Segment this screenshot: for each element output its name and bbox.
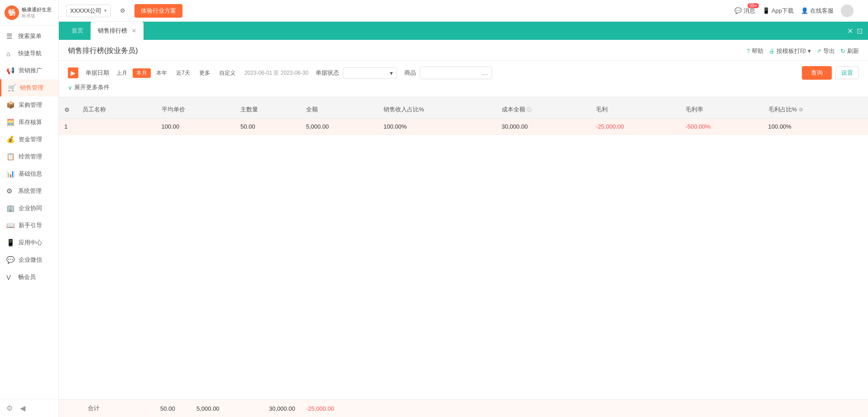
app-icon: 📱 — [762, 7, 770, 14]
help-button[interactable]: ? 帮助 — [747, 47, 763, 55]
table-footer: 合计 50.00 5,000.00 30,000.00 -25,000.00 — [59, 399, 868, 417]
sidebar-item-label-enterprise: 企业协同 — [19, 204, 42, 212]
date-tab-this-month[interactable]: 本月 — [133, 68, 151, 78]
status-select-arrow: ▾ — [390, 70, 393, 77]
data-table: ⚙ 员工名称 平均单价 主数量 全额 — [59, 101, 868, 135]
enterprise-icon: 🏢 — [6, 204, 15, 212]
date-tab-custom[interactable]: 自定义 — [216, 68, 239, 78]
date-tab-prev-month[interactable]: 上月 — [113, 68, 131, 78]
filter-collapse-icon[interactable]: ▶ — [68, 67, 78, 78]
tab-sales-rank-label: 销售排行榜 — [98, 27, 127, 35]
sales-icon: 🛒 — [8, 84, 16, 92]
collapse-icon[interactable]: ◀ — [20, 404, 25, 412]
sidebar-item-guide[interactable]: 📖新手引导 — [0, 217, 58, 234]
tab-sales-rank[interactable]: 销售排行榜 ✕ — [91, 22, 144, 40]
cell-avg-price: 100.00 — [156, 119, 235, 135]
cell-cost: 30,000.00 — [496, 119, 590, 135]
purchase-icon: 📦 — [6, 101, 15, 109]
th-main-qty: 主数量 — [235, 101, 301, 119]
sidebar-item-apps[interactable]: 📱应用中心 — [0, 234, 58, 251]
cost-info-icon: ⓘ — [527, 107, 532, 112]
guide-icon: 📖 — [6, 221, 15, 230]
basic-icon: 📊 — [6, 170, 15, 178]
sidebar-item-basic[interactable]: 📊基础信息 — [0, 165, 58, 182]
main-area: XXXXX公司 ▾ ⚙ 体验行业方案 💬 消息 99+ 📱 App下载 👤 在线… — [59, 0, 868, 417]
app-download-action[interactable]: 📱 App下载 — [762, 7, 794, 15]
content-area: 销售排行榜(按业务员) ? 帮助 🖨 按模板打印 ▾ ↗ 导出 ↻ 刷新 — [59, 40, 868, 417]
sidebar-item-sales[interactable]: 🛒销售管理 — [0, 79, 58, 96]
filter-bar: ▶ 单据日期 上月 本月 本年 近7天 更多 自定义 2023-06-01 至 … — [59, 61, 868, 97]
sidebar-item-quick-nav[interactable]: ⌂快捷导航 — [0, 45, 58, 62]
apps-icon: 📱 — [6, 239, 15, 247]
sidebar-item-label-apps: 应用中心 — [19, 239, 42, 247]
sidebar-item-label-inventory: 库存核算 — [19, 118, 42, 126]
topbar-settings-icon[interactable]: ⚙ — [116, 5, 129, 17]
footer-main-qty: 50.00 — [155, 405, 191, 412]
date-tab-more[interactable]: 更多 — [196, 68, 214, 78]
sidebar-item-label-finance: 资金管理 — [19, 135, 42, 144]
date-tabs: 上月 本月 本年 近7天 更多 自定义 — [113, 68, 239, 78]
sidebar-item-operations[interactable]: 📋经营管理 — [0, 148, 58, 165]
settings-bottom-icon[interactable]: ⚙ — [6, 404, 13, 412]
sidebar-item-member[interactable]: V畅会员 — [0, 268, 58, 286]
goods-filter: 商品 ... — [404, 67, 492, 79]
company-selector[interactable]: XXXXX公司 ▾ — [66, 5, 111, 17]
export-button[interactable]: ↗ 导出 — [816, 47, 835, 55]
trial-button[interactable]: 体验行业方案 — [134, 4, 182, 18]
sidebar-item-label-operations: 经营管理 — [19, 153, 42, 161]
sidebar-item-label-purchase: 采购管理 — [19, 101, 42, 109]
sidebar-item-label-member: 畅会员 — [18, 273, 36, 281]
date-tab-this-year[interactable]: 本年 — [153, 68, 171, 78]
sidebar-item-marketing[interactable]: 📢营销推广 — [0, 62, 58, 79]
page-actions: ? 帮助 🖨 按模板打印 ▾ ↗ 导出 ↻ 刷新 — [747, 47, 859, 55]
footer-label: 合计 — [82, 404, 119, 412]
sidebar-item-search[interactable]: ☰搜索菜单 — [0, 28, 58, 45]
query-button[interactable]: 查询 — [802, 66, 832, 80]
cell-amount: 5,000.00 — [301, 119, 378, 135]
tab-close-window-icon[interactable]: ✕ — [847, 27, 853, 35]
footer-cost: 30,000.00 — [264, 405, 301, 412]
tab-home[interactable]: 首页 — [64, 22, 91, 40]
table-row: 1 100.00 50.00 5,000.00 100.00% 30,000.0… — [59, 119, 868, 135]
sidebar-item-label-sales: 销售管理 — [20, 84, 43, 92]
goods-label: 商品 — [404, 69, 416, 77]
export-icon: ↗ — [816, 48, 821, 54]
logo-sub: 标准版 — [22, 13, 52, 19]
filter-settings-button[interactable]: 设置 — [835, 67, 859, 79]
sidebar-item-label-marketing: 营销推广 — [19, 67, 42, 75]
sidebar-item-enterprise[interactable]: 🏢企业协同 — [0, 200, 58, 217]
status-select[interactable]: ▾ — [343, 67, 397, 79]
date-tab-7days[interactable]: 近7天 — [173, 68, 194, 78]
message-action[interactable]: 💬 消息 99+ — [734, 7, 755, 15]
th-settings[interactable]: ⚙ — [59, 101, 77, 119]
print-icon: 🖨 — [769, 48, 775, 54]
column-settings-icon[interactable]: ⚙ — [64, 106, 70, 113]
sidebar-item-inventory[interactable]: 🧮库存核算 — [0, 114, 58, 131]
expand-conditions-button[interactable]: ∨ 展开更多条件 — [68, 83, 859, 91]
sidebar-item-system[interactable]: ⚙系统管理 — [0, 182, 58, 200]
print-button[interactable]: 🖨 按模板打印 ▾ — [769, 47, 811, 55]
search-icon: ☰ — [6, 32, 14, 40]
refresh-button[interactable]: ↻ 刷新 — [840, 47, 859, 55]
goods-input[interactable]: ... — [420, 67, 492, 79]
avatar[interactable] — [841, 5, 854, 17]
th-gross-pct: 毛利占比% ⚙ — [763, 101, 868, 119]
sidebar-item-finance[interactable]: 💰资金管理 — [0, 131, 58, 148]
sidebar-item-label-guide: 新手引导 — [19, 221, 42, 230]
sidebar-item-wechat[interactable]: 💬企业微信 — [0, 251, 58, 268]
sidebar-item-purchase[interactable]: 📦采购管理 — [0, 96, 58, 114]
tab-restore-icon[interactable]: ⊡ — [857, 27, 863, 35]
logo-area: 畅 畅康通好生意 标准版 — [0, 0, 58, 26]
tab-close-icon[interactable]: ✕ — [132, 28, 136, 34]
tab-controls: ✕ ⊡ — [847, 27, 863, 35]
gross-pct-settings-icon[interactable]: ⚙ — [799, 107, 803, 112]
th-sales-pct: 销售收入占比% — [378, 101, 496, 119]
th-avg-price: 平均单价 — [156, 101, 235, 119]
cell-gross-rate: -500.00% — [680, 119, 763, 135]
status-label: 单据状态 — [316, 69, 339, 77]
th-amount: 全额 — [301, 101, 378, 119]
expand-chevron-icon: ∨ — [68, 84, 72, 91]
service-action[interactable]: 👤 在线客服 — [801, 7, 834, 15]
page-title: 销售排行榜(按业务员) — [68, 46, 138, 56]
company-name: XXXXX公司 — [70, 7, 101, 15]
